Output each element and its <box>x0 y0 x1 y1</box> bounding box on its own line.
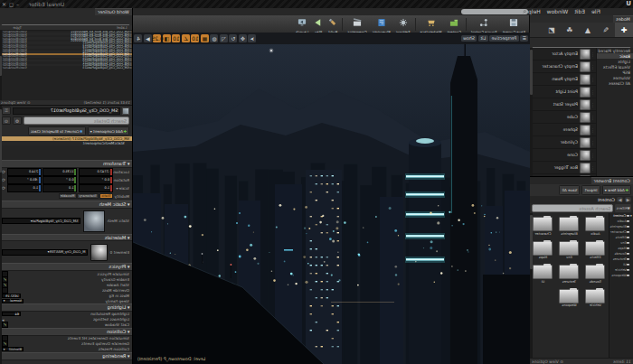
viewport-menu-icon[interactable]: ☰ <box>520 35 528 42</box>
folder-env[interactable]: Env <box>556 241 582 260</box>
folder-textures[interactable]: Textures <box>556 265 582 284</box>
grid-snap-value[interactable]: 10 <box>192 34 200 42</box>
eye-icon[interactable]: ⊙ <box>2 117 11 125</box>
viewport[interactable]: ☰PerspectiveLitShow➤✥↻◹◍▦10∠10◨0.25▶4 Le… <box>133 33 530 364</box>
drag-handle-icon[interactable]: ⋮⋮ <box>592 52 595 56</box>
collision-simulation-generates-hit-events[interactable]: Simulation Generates Hit Events <box>0 336 132 341</box>
x-value-field[interactable]: -2742.0 <box>79 168 113 176</box>
folder-audio[interactable]: Audio <box>582 217 609 236</box>
outliner-scrollbar[interactable] <box>0 31 2 100</box>
toolbar-play[interactable]: Play <box>311 15 326 33</box>
drag-handle-icon[interactable]: ⋮⋮ <box>592 154 595 157</box>
outliner-view-options-button[interactable]: ⊙ View Options <box>1 100 30 105</box>
place-item-empty-character[interactable]: ⋮⋮Empty Character <box>530 61 596 73</box>
close-button[interactable]: ✕ <box>2 0 6 8</box>
folder-maps[interactable]: Maps <box>530 241 556 260</box>
toolbar-launch[interactable]: Launch <box>293 15 311 33</box>
paint-mode-icon[interactable]: ✎ <box>597 23 615 37</box>
physics-simulate-physics[interactable]: Simulate Physics <box>0 271 132 276</box>
section-rendering[interactable]: ▾ Rendering <box>0 352 132 360</box>
place-items-scrollbar[interactable] <box>530 48 533 177</box>
world-space-icon[interactable]: ◍ <box>211 34 219 42</box>
place-item-player-start[interactable]: ⋮⋮Player Start <box>530 98 596 111</box>
viewport-perspective-button[interactable]: Perspective <box>489 35 519 42</box>
mobility-static[interactable]: Static <box>99 193 113 199</box>
place-item-empty-pawn[interactable]: ⋮⋮Empty Pawn <box>530 73 596 86</box>
tab-modes[interactable]: Modes <box>613 15 633 23</box>
z-value-field[interactable]: -65.0 ° <box>7 176 42 184</box>
drag-handle-icon[interactable]: ⋮⋮ <box>592 128 595 132</box>
viewport-show-button[interactable]: Show <box>461 35 477 42</box>
asset-search-input[interactable] <box>532 204 613 212</box>
folder-sounds[interactable]: Sounds <box>582 265 609 284</box>
section-static-mesh[interactable]: ▾ Static Mesh <box>0 201 132 209</box>
drag-handle-icon[interactable]: ⋮⋮ <box>592 65 595 69</box>
details-scrollbar[interactable] <box>0 106 2 364</box>
scale-snap-value[interactable]: 0.25 <box>154 34 162 42</box>
category-all-classes[interactable]: All Classes <box>597 80 633 86</box>
landscape-mode-icon[interactable]: ▲ <box>579 23 597 37</box>
lighting-lightmap-resolution[interactable]: Lightmap Resolution64 <box>0 312 132 317</box>
foliage-mode-icon[interactable]: ☘ <box>561 23 579 37</box>
folder-effects[interactable]: Effects <box>582 241 609 260</box>
dropdown[interactable]: Normal▾ <box>2 299 24 303</box>
menu-edit[interactable]: Edit <box>574 8 585 15</box>
static-mesh-combo[interactable]: SM_COG_City_SkyBldgsPlat ▾ <box>2 218 80 224</box>
details-search-input[interactable] <box>24 117 129 125</box>
physics-start-awake[interactable]: Start Awake✓ <box>0 282 132 287</box>
toolbar-source-control[interactable]: Source Control <box>468 15 500 33</box>
toolbar-content[interactable]: Content <box>444 15 463 33</box>
maximize-button[interactable]: ◻ <box>9 0 14 8</box>
move-tool-icon[interactable]: ✥ <box>239 34 247 42</box>
value-field[interactable]: 1632.19 <box>2 294 21 298</box>
physics-sleep-family[interactable]: Sleep FamilyNormal▾ <box>0 298 132 303</box>
tree-node-weapons[interactable]: Weapons <box>609 273 633 278</box>
content-scrollbar[interactable] <box>530 213 533 358</box>
toolbar-build[interactable]: Build <box>326 15 340 33</box>
breadcrumb[interactable]: Content <box>598 198 615 202</box>
angle-snap-value[interactable]: 10 <box>173 34 181 42</box>
value-field[interactable]: 64 <box>2 312 21 316</box>
view-options-button[interactable]: ⊙ View Options <box>532 359 563 364</box>
minimize-button[interactable]: – <box>16 0 19 8</box>
folder-weapons[interactable]: Weapons <box>556 289 582 308</box>
folder-character[interactable]: Character <box>530 217 556 236</box>
x-value-field[interactable]: 0.0 ° <box>79 176 113 184</box>
dropdown[interactable]: BlockAll▾ <box>2 347 24 351</box>
section-physics[interactable]: ▾ Physics <box>0 263 132 271</box>
z-value-field[interactable]: 1.0 <box>7 184 42 192</box>
save-all-button[interactable]: Save All <box>560 185 581 195</box>
convert-blueprint-button[interactable]: ✱ Convert to Blueprint Class <box>28 126 86 135</box>
place-mode-icon[interactable]: ✚ <box>615 23 633 37</box>
reset-icon[interactable]: ⟲ <box>2 169 5 174</box>
menu-file[interactable]: File <box>591 8 600 15</box>
section-collision[interactable]: ▾ Collision <box>0 328 132 336</box>
add-component-button[interactable]: ✚ Add Component ▾ <box>88 126 129 135</box>
section-lighting[interactable]: ▾ Lighting <box>0 303 132 312</box>
lock-icon[interactable]: ⚿ <box>2 107 11 115</box>
camera-speed-value[interactable]: 4 <box>135 34 143 42</box>
tab-content-browser[interactable]: Content Browser <box>591 177 633 184</box>
scale-tool-icon[interactable]: ◹ <box>220 34 228 42</box>
filters-button[interactable]: ▼ Filters <box>615 204 631 212</box>
x-value-field[interactable]: 1.0 <box>79 184 113 192</box>
menu-window[interactable]: Window <box>547 8 569 15</box>
folder-vehicle[interactable]: Vehicle <box>582 289 609 308</box>
column-type[interactable]: Type <box>13 25 22 30</box>
drag-handle-icon[interactable]: ⋮⋮ <box>592 166 595 170</box>
static-mesh-thumbnail[interactable] <box>83 210 105 232</box>
toolbar-marketplace[interactable]: Marketplace <box>418 15 445 33</box>
place-item-cube[interactable]: ⋮⋮Cube <box>530 111 596 124</box>
material-thumbnail[interactable] <box>90 244 108 261</box>
add-new-button[interactable]: ✚Add New ▾ <box>602 185 631 195</box>
rotate-tool-icon[interactable]: ↻ <box>230 34 238 42</box>
place-item-sphere[interactable]: ⋮⋮Sphere <box>530 124 596 136</box>
lighting-cast-shadow[interactable]: Cast Shadow✓ <box>0 322 132 328</box>
geometry-mode-icon[interactable]: ◩ <box>543 23 561 37</box>
lighting-lightmass-settings[interactable]: Lightmass Settings▸ <box>0 317 132 322</box>
folder-ui[interactable]: UI <box>530 265 556 284</box>
toolbar-blueprints[interactable]: Blueprints <box>370 15 393 33</box>
reset-icon[interactable]: ⟲ <box>2 177 5 182</box>
toolbar-settings[interactable]: Settings <box>393 15 413 33</box>
back-icon[interactable]: ◀ <box>625 197 631 202</box>
